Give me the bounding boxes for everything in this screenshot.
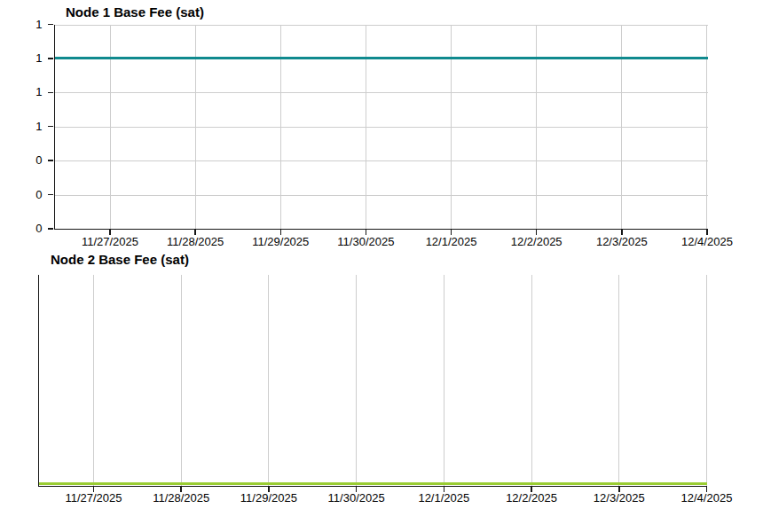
y-axis-tick: [48, 194, 53, 196]
gridline-vertical: [93, 275, 94, 486]
gridline-horizontal: [55, 92, 708, 93]
plot-area: 11/27/202511/28/202511/29/202511/30/2025…: [38, 275, 707, 487]
gridline-vertical: [451, 25, 452, 230]
gridline-vertical: [181, 275, 182, 486]
gridline-vertical: [706, 275, 707, 486]
gridline-vertical: [268, 275, 269, 486]
y-axis-label: 0: [14, 222, 43, 236]
gridline-vertical: [444, 275, 444, 486]
y-axis-tick: [48, 126, 53, 128]
gridline-horizontal: [55, 127, 708, 128]
x-axis-tick: [706, 229, 708, 235]
x-axis-label: 11/30/2025: [316, 491, 397, 505]
y-axis-tick: [48, 228, 53, 230]
x-axis-label: 12/4/2025: [665, 491, 747, 505]
x-axis-label: 12/2/2025: [496, 235, 578, 248]
plot-area: 111100011/27/202511/28/202511/29/202511/…: [54, 25, 708, 231]
series-line-node1: [55, 57, 708, 59]
y-axis-tick: [48, 24, 53, 26]
chart-title: Node 2 Base Fee (sat): [51, 252, 189, 267]
y-axis-tick: [48, 58, 53, 59]
y-axis-tick: [48, 92, 53, 94]
x-axis-label: 12/1/2025: [403, 491, 484, 505]
x-axis-tick: [536, 229, 538, 235]
gridline-vertical: [356, 275, 357, 486]
x-axis-label: 12/1/2025: [411, 235, 492, 248]
gridline-vertical: [531, 275, 532, 486]
x-axis-tick: [109, 229, 111, 235]
gridline-horizontal: [55, 25, 708, 26]
y-axis-label: 0: [14, 153, 43, 168]
gridline-vertical: [706, 25, 707, 230]
x-axis-tick: [451, 229, 452, 235]
y-axis-label: 1: [14, 85, 43, 99]
x-axis-label: 11/29/2025: [228, 491, 310, 505]
x-axis-label: 12/2/2025: [491, 491, 572, 505]
x-axis-label: 11/27/2025: [53, 491, 135, 505]
gridline-vertical: [195, 25, 196, 230]
y-axis-label: 0: [14, 188, 43, 202]
gridline-vertical: [618, 275, 619, 486]
x-axis-label: 12/3/2025: [578, 491, 660, 505]
x-axis-tick: [194, 229, 196, 235]
x-axis-label: 11/30/2025: [325, 235, 406, 248]
y-axis-label: 1: [14, 18, 43, 32]
x-axis-tick: [621, 229, 623, 235]
x-axis-label: 11/28/2025: [140, 491, 222, 505]
y-axis-label: 1: [14, 120, 43, 134]
gridline-horizontal: [55, 195, 708, 196]
gridline-vertical: [280, 25, 281, 230]
gridline-vertical: [110, 25, 111, 230]
base-fee-dashboard: Node 1 Base Fee (sat) 111100011/27/20251…: [0, 0, 763, 532]
x-axis-tick: [366, 229, 367, 235]
gridline-vertical: [536, 25, 537, 230]
x-axis-label: 12/4/2025: [666, 235, 748, 248]
gridline-vertical: [621, 25, 622, 230]
y-axis-tick: [48, 160, 53, 161]
chart-title: Node 1 Base Fee (sat): [66, 4, 204, 20]
x-axis-tick: [280, 229, 282, 235]
y-axis-label: 1: [14, 51, 43, 66]
gridline-horizontal: [55, 160, 708, 161]
x-axis-label: 11/29/2025: [240, 235, 321, 248]
x-axis-label: 11/27/2025: [69, 235, 151, 248]
x-axis-label: 12/3/2025: [581, 235, 663, 248]
x-axis-label: 11/28/2025: [154, 235, 236, 248]
gridline-vertical: [366, 25, 366, 230]
series-line-node2: [39, 482, 707, 485]
